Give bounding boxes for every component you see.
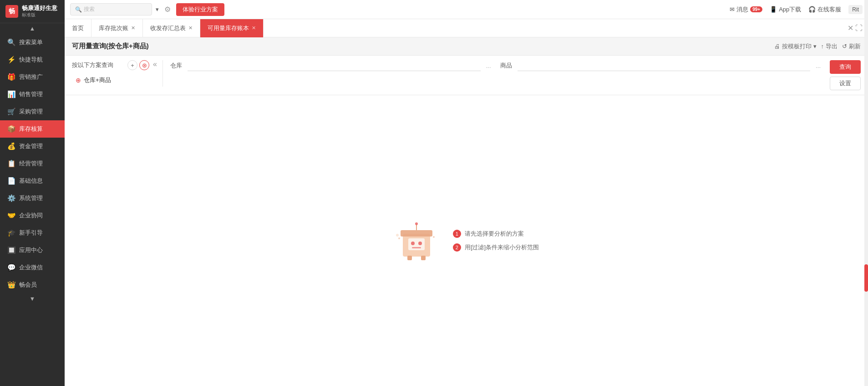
inventory-icon: 📦 xyxy=(7,125,15,133)
online-service-btn[interactable]: 🎧 在线客服 xyxy=(808,5,841,14)
header-gear-icon[interactable]: ⚙ xyxy=(162,3,173,15)
search-bar-text: 搜索 xyxy=(84,5,95,13)
query-actions: 查询 设置 xyxy=(822,60,861,90)
sidebar-item-search-menu[interactable]: 🔍 搜索菜单 xyxy=(0,34,65,51)
scroll-down-btn[interactable]: ▼ xyxy=(0,293,65,304)
sidebar-item-inventory-calc[interactable]: 📦 库存核算 xyxy=(0,120,65,138)
header-right: ✉ 消息 99+ 📱 App下载 🎧 在线客服 Rit xyxy=(730,5,863,14)
sidebar-item-enterprise-collab[interactable]: 🤝 企业协同 xyxy=(0,207,65,224)
tab-available-account[interactable]: 可用量库存账本 ✕ xyxy=(200,19,264,37)
tab-home[interactable]: 首页 xyxy=(65,19,91,37)
app-download-btn[interactable]: 📱 App下载 xyxy=(770,5,801,14)
warehouse-input[interactable] xyxy=(188,60,481,71)
trial-industry-btn[interactable]: 体验行业方案 xyxy=(176,3,224,16)
tab-receipt-summary-label: 收发存汇总表 xyxy=(150,24,186,32)
messages-badge: 99+ xyxy=(750,6,762,12)
warehouse-field: 仓库 ... xyxy=(170,60,493,71)
refresh-btn[interactable]: ↺ 刷新 xyxy=(842,42,861,51)
print-icon: 🖨 xyxy=(774,43,780,50)
query-btn[interactable]: 查询 xyxy=(830,60,861,74)
svg-point-7 xyxy=(415,222,418,225)
warehouse-dots-btn[interactable]: ... xyxy=(484,62,493,69)
query-left-actions: + ⊛ « xyxy=(127,60,157,70)
svg-point-4 xyxy=(418,242,422,245)
crown-icon: 👑 xyxy=(7,281,15,289)
tab-receipt-summary-close-icon[interactable]: ✕ xyxy=(188,25,193,31)
tip-text-2: 用[过滤]条件来缩小分析范围 xyxy=(465,243,539,252)
sidebar-item-sys-mgmt[interactable]: ⚙️ 系统管理 xyxy=(0,190,65,207)
goods-dots-btn[interactable]: ... xyxy=(814,62,822,69)
header-search-bar[interactable]: 🔍 搜索 xyxy=(70,3,152,15)
sidebar-item-label: 搜索菜单 xyxy=(19,38,43,46)
sidebar-item-new-guide[interactable]: 🎓 新手引导 xyxy=(0,224,65,242)
tabs-close-all-icon[interactable]: ✕ xyxy=(848,24,853,32)
wechat-icon: 💬 xyxy=(7,263,15,272)
settings-scheme-btn[interactable]: ⊛ xyxy=(139,60,149,70)
goods-label: 商品 xyxy=(500,62,514,70)
tip-text-1: 请先选择要分析的方案 xyxy=(465,230,524,238)
sidebar-item-finance-mgmt[interactable]: 💰 资金管理 xyxy=(0,138,65,155)
header-dropdown-btn[interactable]: ▾ xyxy=(156,6,159,13)
tab-batch-account-close-icon[interactable]: ✕ xyxy=(131,25,135,31)
goods-input[interactable] xyxy=(518,60,811,71)
chart-icon: 📊 xyxy=(7,90,15,98)
sidebar-item-sales-mgmt[interactable]: 📊 销售管理 xyxy=(0,86,65,103)
settings-btn[interactable]: 设置 xyxy=(830,77,861,90)
export-icon: ↑ xyxy=(821,43,824,50)
tip-num-2: 2 xyxy=(453,243,461,252)
svg-rect-8 xyxy=(407,256,412,260)
gift-icon: 🎁 xyxy=(7,73,15,81)
sidebar-item-ops-mgmt[interactable]: 📋 经营管理 xyxy=(0,155,65,172)
export-btn[interactable]: ↑ 导出 xyxy=(821,42,838,51)
empty-tips: 1 请先选择要分析的方案 2 用[过滤]条件来缩小分析范围 xyxy=(453,230,539,252)
money-icon: 💰 xyxy=(7,142,15,150)
query-filter-fields: 仓库 ... 商品 ... xyxy=(163,60,822,71)
svg-point-10 xyxy=(398,237,400,239)
online-service-label: 在线客服 xyxy=(817,5,841,14)
tip-num-1: 1 xyxy=(453,230,461,238)
tab-available-account-close-icon[interactable]: ✕ xyxy=(252,25,256,31)
sidebar-item-enterprise-wechat[interactable]: 💬 企业微信 xyxy=(0,259,65,276)
user-avatar[interactable]: Rit xyxy=(848,5,863,14)
messages-label: 消息 xyxy=(736,5,748,14)
sidebar-item-label: 企业协同 xyxy=(19,211,43,220)
sidebar-item-label: 库存核算 xyxy=(19,125,43,133)
scheme-item-warehouse-goods[interactable]: ⊕ 仓库+商品 xyxy=(72,74,157,87)
empty-tip-2: 2 用[过滤]条件来缩小分析范围 xyxy=(453,243,539,252)
svg-rect-1 xyxy=(401,230,432,237)
empty-state: 1 请先选择要分析的方案 2 用[过滤]条件来缩小分析范围 xyxy=(65,95,868,386)
search-icon: 🔍 xyxy=(7,38,15,46)
warehouse-label: 仓库 xyxy=(170,62,184,70)
sidebar-item-purchase-mgmt[interactable]: 🛒 采购管理 xyxy=(0,103,65,120)
export-label: 导出 xyxy=(826,42,838,51)
sidebar-item-app-center[interactable]: 🔲 应用中心 xyxy=(0,242,65,259)
sidebar-item-label: 资金管理 xyxy=(19,142,43,150)
cart-icon: 🛒 xyxy=(7,108,15,116)
sidebar-item-marketing[interactable]: 🎁 营销推广 xyxy=(0,68,65,86)
scheme-item-label: 仓库+商品 xyxy=(84,76,111,84)
search-bar-icon: 🔍 xyxy=(75,6,82,13)
add-scheme-btn[interactable]: + xyxy=(127,60,137,70)
header-left: 🔍 搜索 ▾ ⚙ 体验行业方案 xyxy=(70,3,224,16)
tabs-expand-icon[interactable]: ⛶ xyxy=(855,24,863,32)
collapse-scheme-btn[interactable]: « xyxy=(153,60,157,70)
tab-batch-account[interactable]: 库存批次账 ✕ xyxy=(91,19,143,37)
brand-text: 畅康通好生意 标准版 xyxy=(22,5,57,18)
print-template-btn[interactable]: 🖨 按模板打印 ▾ xyxy=(774,42,817,51)
query-scheme-header: 按以下方案查询 + ⊛ « xyxy=(72,60,157,70)
sidebar-item-member[interactable]: 👑 畅会员 xyxy=(0,276,65,293)
sidebar-item-basic-info[interactable]: 📄 基础信息 xyxy=(0,172,65,190)
sidebar-item-label: 系统管理 xyxy=(19,194,43,202)
page-title: 可用量查询(按仓库+商品) xyxy=(72,42,149,51)
chevron-down-icon: ▾ xyxy=(156,6,159,13)
sidebar-scroll: ▲ 🔍 搜索菜单 ⚡ 快捷导航 🎁 营销推广 📊 销售管理 🛒 采购管理 📦 库… xyxy=(0,23,65,386)
sidebar-item-label: 销售管理 xyxy=(19,90,43,98)
main-area: 🔍 搜索 ▾ ⚙ 体验行业方案 ✉ 消息 99+ 📱 App下载 🎧 在线客服 xyxy=(65,0,868,386)
messages-btn[interactable]: ✉ 消息 99+ xyxy=(730,5,762,14)
tab-receipt-summary[interactable]: 收发存汇总表 ✕ xyxy=(143,19,200,37)
right-scrollbar-thumb[interactable] xyxy=(864,264,868,292)
goods-field: 商品 ... xyxy=(500,60,823,71)
scroll-up-btn[interactable]: ▲ xyxy=(0,23,65,34)
sidebar-item-quick-nav[interactable]: ⚡ 快捷导航 xyxy=(0,51,65,68)
gear-icon: ⚙️ xyxy=(7,194,15,202)
